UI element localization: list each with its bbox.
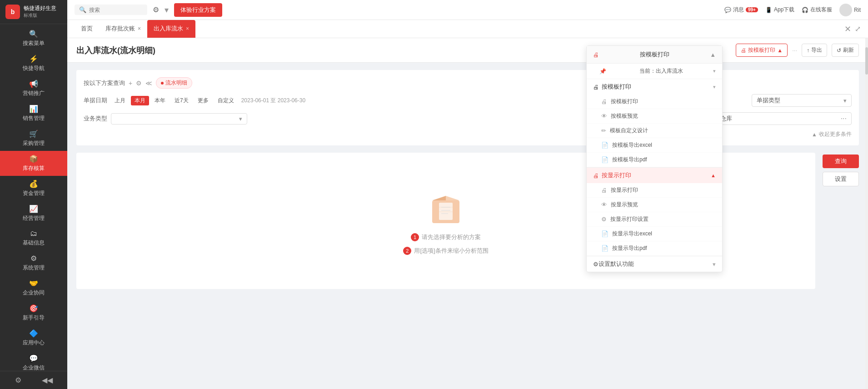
maximize-icon[interactable]: ⤢ xyxy=(855,25,861,33)
tab-home[interactable]: 首页 xyxy=(75,20,99,38)
business-type-arrow-icon: ▾ xyxy=(239,115,242,122)
sidebar-item-finance[interactable]: 💰 资金管理 xyxy=(0,176,67,201)
display-print-settings-item[interactable]: ⚙ 按显示打印设置 xyxy=(587,212,722,227)
tabs-list: 首页 库存批次账 × 出入库流水 × xyxy=(75,20,195,38)
template-print-header[interactable]: 🖨 按模板打印 ▾ xyxy=(587,79,722,95)
logo-text: 畅捷通好生意 xyxy=(24,5,56,12)
export-button[interactable]: ↑ 导出 xyxy=(802,44,827,57)
display-export-excel-item[interactable]: 📄 按显示导出excel xyxy=(587,227,722,241)
tab-flow-close[interactable]: × xyxy=(186,25,189,32)
sidebar-item-sales[interactable]: 📊 销售管理 xyxy=(0,101,67,126)
user-avatar[interactable]: Rit xyxy=(839,4,861,16)
system-icon: ⚙ xyxy=(30,254,37,263)
date-option-custom[interactable]: 自定义 xyxy=(214,96,238,105)
sidebar-item-label: 应用中心 xyxy=(23,339,45,347)
date-option-more[interactable]: 更多 xyxy=(194,96,212,105)
collapse-filter-icon[interactable]: ≪ xyxy=(145,80,152,87)
template-print-item-icon: 🖨 xyxy=(601,98,607,105)
empty-step-2: 2 用[选项]条件来缩小分析范围 xyxy=(403,247,488,255)
template-design-item[interactable]: ✏ 模板自定义设计 xyxy=(587,124,722,138)
sales-icon: 📊 xyxy=(29,105,38,113)
sidebar-item-search[interactable]: 🔍 搜索菜单 xyxy=(0,26,67,51)
message-button[interactable]: 💬 消息 99+ xyxy=(724,6,758,14)
scrollbar-thumb[interactable] xyxy=(865,47,868,75)
collapse-btn-label: 收起更多条件 xyxy=(819,130,852,138)
settings-bottom-icon[interactable]: ⚙ xyxy=(15,376,21,384)
app-download-button[interactable]: 📱 App下载 xyxy=(765,6,794,14)
page-header: 出入库流水(流水明细) 🖨 按模板打印 ▲ ··· ↑ 导出 ↺ 刷新 xyxy=(67,38,868,63)
template-print-item[interactable]: 🖨 按模板打印 xyxy=(587,95,722,109)
display-export-pdf-item[interactable]: 📄 按显示导出pdf xyxy=(587,241,722,256)
search-input[interactable] xyxy=(89,7,135,13)
date-option-7days[interactable]: 近7天 xyxy=(171,96,192,105)
vertical-scrollbar[interactable] xyxy=(865,38,868,389)
dropdown-close-arrow[interactable]: ▲ xyxy=(710,51,716,58)
sidebar-item-label: 营销推广 xyxy=(23,90,45,97)
topbar-gear-icon[interactable]: ⚙ xyxy=(153,5,159,14)
apps-icon: 🔷 xyxy=(29,329,38,338)
sidebar-item-purchase[interactable]: 🛒 采购管理 xyxy=(0,126,67,151)
trial-button[interactable]: 体验行业方案 xyxy=(174,3,222,17)
tab-batch-account[interactable]: 库存批次账 × xyxy=(99,20,147,38)
step-1-number: 1 xyxy=(411,233,419,241)
collapse-row: ▲ 收起更多条件 xyxy=(84,130,852,138)
print-template-label: 按模板打印 xyxy=(748,46,775,54)
sidebar-item-inventory[interactable]: 📦 库存核算 xyxy=(0,151,67,176)
tab-home-label: 首页 xyxy=(81,25,93,33)
template-export-excel-item[interactable]: 📄 按模板导出excel xyxy=(587,138,722,153)
app-logo: b 畅捷通好生意 标准版 xyxy=(0,0,67,24)
sidebar-item-wechat[interactable]: 💬 企业微信 xyxy=(0,350,67,371)
filter-panel: 按以下方案查询 + ⚙ ≪ 流水明细 单据日期 上月 本月 xyxy=(76,70,859,145)
sidebar-item-apps[interactable]: 🔷 应用中心 xyxy=(0,325,67,350)
date-option-this-year[interactable]: 本年 xyxy=(151,96,169,105)
display-print-header[interactable]: 🖨 按显示打印 ▲ xyxy=(587,168,722,183)
date-option-this-month[interactable]: 本月 xyxy=(131,96,149,105)
refresh-button[interactable]: ↺ 刷新 xyxy=(832,44,859,57)
display-print-settings-label: 按显示打印设置 xyxy=(610,215,649,223)
topbar-search-box[interactable]: 🔍 xyxy=(75,5,147,15)
date-option-last-month[interactable]: 上月 xyxy=(111,96,129,105)
template-export-pdf-icon: 📄 xyxy=(601,156,609,163)
add-filter-icon[interactable]: + xyxy=(129,80,132,87)
sidebar-item-label: 系统管理 xyxy=(23,264,45,272)
sidebar-item-label: 库存核算 xyxy=(23,165,45,172)
search-icon: 🔍 xyxy=(29,30,38,38)
logo-badge: 标准版 xyxy=(24,12,56,19)
template-print-label: 按模板打印 xyxy=(602,83,631,91)
topbar-dropdown-icon[interactable]: ▾ xyxy=(165,5,169,15)
tab-batch-account-close[interactable]: × xyxy=(138,25,141,32)
tab-flow[interactable]: 出入库流水 × xyxy=(147,20,195,38)
sidebar-item-marketing[interactable]: 📢 营销推广 xyxy=(0,76,67,101)
tab-flow-label: 出入库流水 xyxy=(154,25,183,33)
business-type-select[interactable]: ▾ xyxy=(111,113,247,125)
settings-filter-icon[interactable]: ⚙ xyxy=(136,80,142,87)
template-export-pdf-item[interactable]: 📄 按模板导出pdf xyxy=(587,153,722,167)
online-service-button[interactable]: 🎧 在线客服 xyxy=(802,6,832,14)
sidebar-item-collab[interactable]: 🤝 企业协同 xyxy=(0,275,67,300)
template-preview-item[interactable]: 👁 按模板预览 xyxy=(587,109,722,124)
sidebar-item-guide[interactable]: 🎯 新手引导 xyxy=(0,300,67,325)
print-template-button[interactable]: 🖨 按模板打印 ▲ xyxy=(736,44,788,57)
sidebar-item-system[interactable]: ⚙ 系统管理 xyxy=(0,250,67,275)
dropdown-current-item[interactable]: 📌 当前：出入库流水 ▾ xyxy=(587,64,722,79)
display-preview-item[interactable]: 👁 按显示预览 xyxy=(587,198,722,212)
filter-dot xyxy=(161,82,164,85)
warehouse-select[interactable]: 仓库 ··· xyxy=(715,112,852,125)
sidebar-item-quick-nav[interactable]: ⚡ 快捷导航 xyxy=(0,51,67,76)
doc-type-select[interactable]: 单据类型 ▾ xyxy=(752,94,852,107)
query-button[interactable]: 查询 xyxy=(823,155,859,168)
display-print-item-label: 按显示打印 xyxy=(611,186,638,194)
sidebar-item-label: 销售管理 xyxy=(23,115,45,122)
close-tab-icon[interactable]: ✕ xyxy=(844,24,851,34)
dropdown-footer[interactable]: ⚙ 设置默认功能 ▾ xyxy=(587,256,722,272)
display-print-item[interactable]: 🖨 按显示打印 xyxy=(587,183,722,198)
empty-step-1: 1 请先选择要分析的方案 xyxy=(411,233,481,241)
settings-query-button[interactable]: 设置 xyxy=(823,172,859,186)
collapse-sidebar-icon[interactable]: ◀◀ xyxy=(42,376,53,384)
display-print-label: 按显示打印 xyxy=(602,171,631,180)
chevron-up-icon: ▲ xyxy=(812,131,817,138)
sidebar-item-basic[interactable]: 🗂 基础信息 xyxy=(0,226,67,250)
message-label: 消息 xyxy=(733,6,744,14)
sidebar-item-operation[interactable]: 📈 经营管理 xyxy=(0,201,67,226)
collapse-more-btn[interactable]: ▲ 收起更多条件 xyxy=(812,130,852,138)
